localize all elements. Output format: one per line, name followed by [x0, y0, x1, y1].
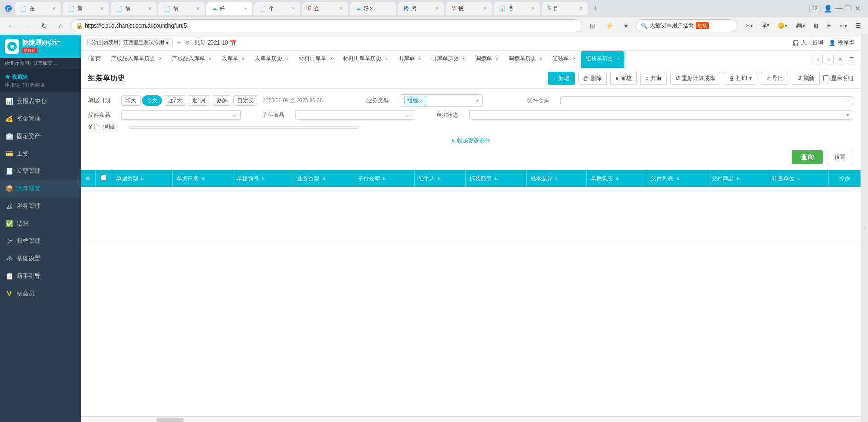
tab-home[interactable]: 首页 [85, 51, 106, 68]
tab-material-out-history-close[interactable]: × [385, 56, 388, 61]
calendar-icon[interactable]: 📅 [230, 40, 237, 46]
browser-tab-6[interactable]: 📄 个 × [254, 2, 300, 15]
th-parent-goods[interactable]: 父件商品 ⇅ [708, 170, 768, 187]
qr-code-btn[interactable]: ⊞ [586, 19, 599, 32]
right-panel-toggle[interactable]: › [861, 35, 868, 422]
th-parent-list[interactable]: 父件列表 ⇅ [647, 170, 708, 187]
browser-tab-1[interactable]: 📄 在 × [15, 2, 61, 15]
tab-close-4[interactable]: × [196, 6, 199, 11]
browser-tab-9[interactable]: 腾 腾 × [398, 2, 444, 15]
date-btn-today[interactable]: 今天 [142, 95, 162, 106]
back-button[interactable]: ← [5, 19, 18, 32]
th-handler[interactable]: 经手人 ⇅ [415, 170, 466, 187]
service-button[interactable]: 🎧 人工咨询 [792, 39, 823, 46]
tab-warehouse-in-history-close[interactable]: × [286, 56, 289, 61]
sidebar-item-invoice[interactable]: 🧾 发票管理 [0, 162, 81, 180]
tab-close-11[interactable]: × [532, 6, 534, 11]
minimize-btn[interactable]: 👤 [823, 4, 833, 13]
parent-warehouse-filter[interactable]: ··· [560, 96, 853, 105]
refresh-button[interactable]: ↺ 刷新 [792, 72, 820, 85]
sidebar-item-fund[interactable]: 💰 资金管理 [0, 110, 81, 127]
th-checkbox[interactable] [95, 170, 112, 187]
tab-close-6[interactable]: × [292, 6, 295, 11]
tab-close-5[interactable]: × [244, 6, 247, 11]
search-box[interactable]: 🔍 大量安卓用户逃离 热搜 [636, 19, 737, 32]
browser-tab-5[interactable]: ☁ 好 × [206, 2, 252, 15]
tab-close-10[interactable]: × [484, 6, 487, 11]
browser-tab-10[interactable]: M 畅 × [446, 2, 492, 15]
new-button[interactable]: + 新增 [548, 72, 574, 85]
tab-warehouse-in[interactable]: 入库单 × [217, 51, 249, 68]
browser-tab-8[interactable]: ☁ 好 × [350, 2, 396, 15]
maximize-btn[interactable]: — [835, 4, 843, 12]
tab-produce-in-history[interactable]: 产成品入库单历史 × [106, 51, 166, 68]
date-btn-1month[interactable]: 近1月 [188, 95, 211, 106]
sidebar-item-checkout[interactable]: ✅ 结账 [0, 215, 81, 232]
remark-filter[interactable] [129, 126, 359, 129]
emoji-btn[interactable]: 😊▾ [775, 22, 790, 30]
parent-warehouse-dots[interactable]: ··· [845, 98, 849, 104]
reload-button[interactable]: ↻ [38, 19, 51, 32]
browser-tab-2[interactable]: 📄 新 × [63, 2, 109, 15]
tab-close-7[interactable]: × [340, 6, 343, 11]
select-all-checkbox[interactable] [101, 175, 107, 181]
grid-btn[interactable]: ⊞ [811, 22, 821, 30]
review-button[interactable]: ● 审核 [610, 72, 637, 85]
settings-filter-button[interactable]: 设置 [827, 150, 853, 164]
child-goods-dots[interactable]: ··· [406, 112, 411, 118]
tab-assembly-history[interactable]: 组装单历史 × [581, 51, 624, 68]
th-biz-type[interactable]: 业务类型 ⇅ [293, 170, 354, 187]
child-goods-filter[interactable]: ··· [295, 110, 415, 120]
sidebar-item-cloud-report[interactable]: 📊 云报表中心 [0, 92, 81, 110]
th-order-type[interactable]: 单据类型 ⇅ [112, 170, 172, 187]
biz-type-tag-close[interactable]: × [420, 98, 423, 103]
sidebar-item-inventory[interactable]: 📦 库存核算 [0, 180, 81, 197]
tab-out-order-close[interactable]: × [418, 56, 421, 61]
dropdown-btn[interactable]: ▾ [619, 19, 632, 32]
tab-close-1[interactable]: × [53, 6, 55, 11]
translate-btn[interactable]: 译▾ [758, 21, 772, 30]
tab-transfer[interactable]: 调拨单 × [471, 51, 503, 68]
user-info[interactable]: 👤 徐泽华 [829, 39, 854, 46]
horizontal-scrollbar[interactable] [81, 416, 861, 422]
sidebar-item-fixed-assets[interactable]: 🏢 固定资产 [0, 127, 81, 145]
close-btn[interactable]: ✕ [855, 4, 861, 13]
forward-button[interactable]: → [21, 19, 34, 32]
tab-material-out-close[interactable]: × [330, 56, 333, 61]
game-btn[interactable]: 🎮▾ [793, 22, 808, 30]
th-child-warehouse[interactable]: 子件仓库 ⇅ [354, 170, 414, 187]
th-order-status[interactable]: 单据状态 ⇅ [586, 170, 647, 187]
query-button[interactable]: 查询 [792, 150, 823, 164]
export-button[interactable]: ↗ 导出 [761, 72, 788, 85]
tab-dropdown[interactable]: ☰ [847, 55, 856, 64]
header-gear-icon[interactable]: ⚙ [185, 40, 190, 46]
tab-assembly[interactable]: 组装单 × [548, 51, 580, 68]
date-btn-more[interactable]: 更多 [212, 95, 231, 106]
tab-material-out[interactable]: 材料出库单 × [294, 51, 337, 68]
th-disassembly-fee[interactable]: 拆装费用 ⇅ [466, 170, 526, 187]
print-button[interactable]: 🖨 打印 ▾ [724, 72, 757, 85]
header-settings-icon[interactable]: + [177, 40, 181, 46]
recalc-button[interactable]: ↺ 重新计算成本 [670, 72, 720, 85]
th-order-no[interactable]: 单据编号 ⇅ [233, 170, 293, 187]
tab-transfer-history-close[interactable]: × [540, 56, 543, 61]
favorites-sub[interactable]: 快捷键打开收藏夹 [5, 82, 76, 89]
tab-warehouse-in-history[interactable]: 入库单历史 × [250, 51, 293, 68]
biz-type-dropdown[interactable]: ▾ [476, 98, 479, 103]
tab-left-arrow[interactable]: ‹ [814, 55, 823, 64]
parent-goods-filter[interactable]: ··· [121, 110, 241, 120]
tab-close-12[interactable]: × [580, 6, 582, 11]
tab-out-history[interactable]: 出库单历史 × [427, 51, 470, 68]
tab-assembly-close[interactable]: × [573, 56, 575, 61]
tab-produce-in-history-close[interactable]: × [159, 56, 162, 61]
date-btn-7days[interactable]: 近7天 [164, 95, 186, 106]
new-tab-button[interactable]: + [590, 3, 601, 14]
home-button[interactable]: ⌂ [54, 19, 67, 32]
menu-btn[interactable]: ☰ [853, 22, 863, 30]
tab-out-order[interactable]: 出库单 × [393, 51, 426, 68]
tab-close-3[interactable]: × [148, 6, 151, 11]
company-selector[interactable]: (勿删勿禁用）江西服宝测试专用 ▾ [87, 38, 173, 47]
tab-produce-in-close[interactable]: × [209, 56, 211, 61]
tab-warehouse-in-close[interactable]: × [242, 56, 245, 61]
collapse-button[interactable]: ∧ 收起更多条件 [449, 135, 492, 146]
